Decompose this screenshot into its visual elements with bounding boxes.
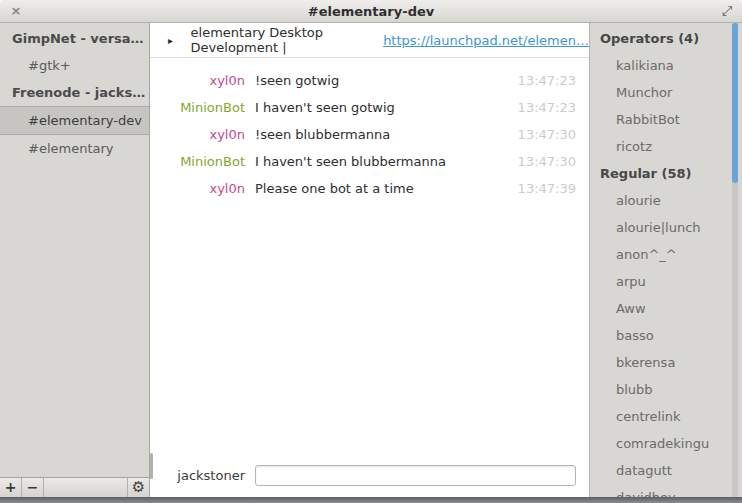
user-list-item[interactable]: RabbitBot bbox=[590, 106, 742, 133]
channel-list: GimpNet - versa…#gtk+Freenode - jacks…#e… bbox=[0, 23, 149, 477]
user-list-item[interactable]: ricotz bbox=[590, 133, 742, 160]
message-nick[interactable]: xyl0n bbox=[150, 121, 245, 148]
scrollbar-thumb[interactable] bbox=[732, 23, 738, 183]
channel-topic: elementary Desktop Development | bbox=[191, 25, 379, 55]
topic-expander-icon[interactable]: ▸ bbox=[168, 35, 191, 46]
user-list-item[interactable]: Munchor bbox=[590, 79, 742, 106]
sidebar-toolbar: + − ⚙ bbox=[0, 477, 149, 497]
window-title: #elementary-dev bbox=[0, 4, 742, 19]
message-row: MinionBotI haven't seen gotwig13:47:23 bbox=[150, 94, 589, 121]
server-sidebar: GimpNet - versa…#gtk+Freenode - jacks…#e… bbox=[0, 23, 150, 497]
message-timestamp: 13:47:23 bbox=[518, 67, 576, 94]
topic-bar: ▸ elementary Desktop Development | https… bbox=[150, 23, 589, 58]
toolbar-spacer bbox=[44, 478, 127, 497]
user-list-item[interactable]: bkerensa bbox=[590, 349, 742, 376]
user-group-header: Operators (4) bbox=[590, 25, 742, 52]
message-list[interactable]: xyl0n!seen gotwig13:47:23MinionBotI have… bbox=[150, 58, 589, 453]
user-list-item[interactable]: datagutt bbox=[590, 457, 742, 484]
close-icon[interactable]: × bbox=[8, 3, 24, 19]
titlebar: × #elementary-dev ⤢ bbox=[0, 0, 742, 23]
message-timestamp: 13:47:39 bbox=[518, 175, 576, 202]
message-text: !seen blubbermanna bbox=[255, 121, 518, 148]
window-bottom-edge bbox=[0, 497, 742, 503]
irc-client-window: × #elementary-dev ⤢ GimpNet - versa…#gtk… bbox=[0, 0, 742, 503]
user-list-item[interactable]: alourie bbox=[590, 187, 742, 214]
user-list-item[interactable]: kalikiana bbox=[590, 52, 742, 79]
message-text: Please one bot at a time bbox=[255, 175, 518, 202]
user-list-item[interactable]: comradekingu bbox=[590, 430, 742, 457]
user-list-item[interactable]: centrelink bbox=[590, 403, 742, 430]
window-content: GimpNet - versa…#gtk+Freenode - jacks…#e… bbox=[0, 23, 742, 497]
user-sidebar: Operators (4)kalikianaMunchorRabbitBotri… bbox=[590, 23, 742, 497]
sidebar-channel-item[interactable]: #elementary-dev bbox=[0, 106, 149, 135]
message-timestamp: 13:47:30 bbox=[518, 121, 576, 148]
user-list-item[interactable]: davidboy bbox=[590, 484, 742, 497]
message-timestamp: 13:47:23 bbox=[518, 94, 576, 121]
message-nick[interactable]: MinionBot bbox=[150, 148, 245, 175]
message-input-row: jackstoner bbox=[150, 453, 589, 497]
message-nick[interactable]: MinionBot bbox=[150, 94, 245, 121]
message-text: I haven't seen gotwig bbox=[255, 94, 518, 121]
maximize-icon[interactable]: ⤢ bbox=[719, 3, 735, 19]
message-row: xyl0n!seen gotwig13:47:23 bbox=[150, 67, 589, 94]
topic-link[interactable]: https://launchpad.net/elemen… bbox=[383, 33, 589, 48]
chat-pane: ▸ elementary Desktop Development | https… bbox=[150, 23, 590, 497]
message-nick[interactable]: xyl0n bbox=[150, 67, 245, 94]
message-row: MinionBotI haven't seen blubbermanna13:4… bbox=[150, 148, 589, 175]
message-nick[interactable]: xyl0n bbox=[150, 175, 245, 202]
remove-server-button[interactable]: − bbox=[22, 478, 44, 497]
own-nick-label: jackstoner bbox=[150, 468, 245, 483]
user-list-item[interactable]: arpu bbox=[590, 268, 742, 295]
message-text: I haven't seen blubbermanna bbox=[255, 148, 518, 175]
user-list-item[interactable]: Aww bbox=[590, 295, 742, 322]
message-row: xyl0nPlease one bot at a time13:47:39 bbox=[150, 175, 589, 202]
message-input[interactable] bbox=[255, 465, 576, 486]
message-row: xyl0n!seen blubbermanna13:47:30 bbox=[150, 121, 589, 148]
sidebar-server-item[interactable]: GimpNet - versa… bbox=[0, 25, 149, 52]
user-list-item[interactable]: basso bbox=[590, 322, 742, 349]
message-text: !seen gotwig bbox=[255, 67, 518, 94]
user-list-item[interactable]: anon^_^ bbox=[590, 241, 742, 268]
gear-icon[interactable]: ⚙ bbox=[127, 478, 149, 497]
sidebar-channel-item[interactable]: #gtk+ bbox=[0, 52, 149, 79]
user-list-item[interactable]: blubb bbox=[590, 376, 742, 403]
user-list-item[interactable]: alourie|lunch bbox=[590, 214, 742, 241]
sidebar-channel-item[interactable]: #elementary bbox=[0, 135, 149, 162]
add-server-button[interactable]: + bbox=[0, 478, 22, 497]
user-list: Operators (4)kalikianaMunchorRabbitBotri… bbox=[590, 23, 742, 497]
scrollbar-grip[interactable] bbox=[150, 453, 153, 479]
user-group-header: Regular (58) bbox=[590, 160, 742, 187]
sidebar-server-item[interactable]: Freenode - jacks… bbox=[0, 79, 149, 106]
message-timestamp: 13:47:30 bbox=[518, 148, 576, 175]
